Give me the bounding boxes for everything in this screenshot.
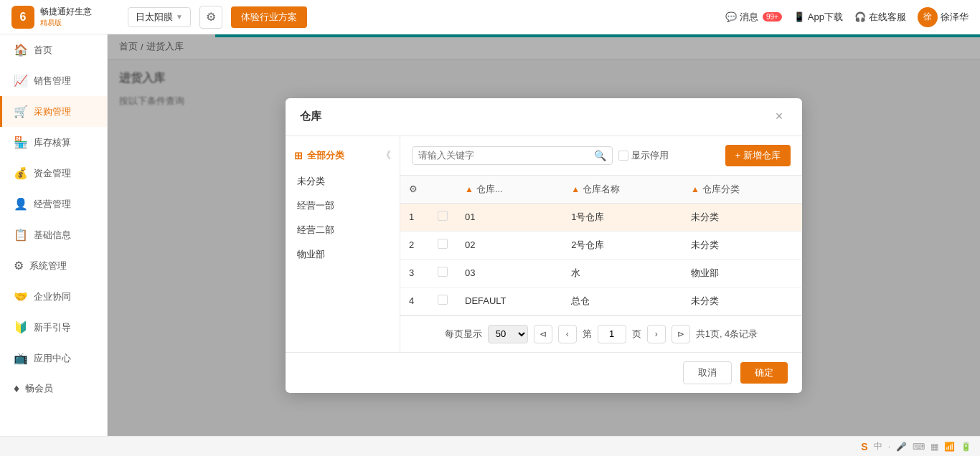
message-badge: 99+ (763, 12, 782, 22)
row-category: 未分类 (682, 287, 802, 315)
row-checkbox-cell[interactable] (429, 203, 456, 231)
new-warehouse-button[interactable]: + 新增仓库 (725, 145, 791, 166)
sidebar-label-cooperation: 企业协同 (34, 290, 71, 303)
basic-icon: 📋 (14, 228, 28, 242)
settings-button[interactable]: ⚙ (199, 6, 222, 29)
grid-icon: ⊞ (294, 150, 303, 161)
sidebar-item-operation[interactable]: 👤 经营管理 (0, 189, 107, 219)
guide-icon: 🔰 (14, 320, 28, 334)
operation-icon: 👤 (14, 197, 28, 211)
warehouse-table: ⚙ ▲仓库... ▲仓库名称 (400, 176, 802, 315)
col-name[interactable]: ▲仓库名称 (562, 176, 682, 204)
page-number-input[interactable] (598, 325, 626, 343)
category-item-property[interactable]: 物业部 (286, 242, 400, 267)
page-label: 第 (583, 328, 592, 341)
row-checkbox-cell[interactable] (429, 231, 456, 259)
purchase-icon: 🛒 (14, 105, 28, 118)
show-disabled-checkbox-area[interactable]: 显示停用 (618, 149, 669, 162)
app-download-button[interactable]: 📱 App下载 (793, 11, 843, 24)
headphone-icon: 🎧 (854, 11, 866, 22)
content-area: 首页 / 进货入库 进货入库 按以下条件查询 仓库 × (108, 34, 980, 456)
category-collapse-button[interactable]: 《 (381, 149, 391, 162)
sidebar-item-home[interactable]: 🏠 首页 (0, 34, 107, 65)
row-checkbox-cell[interactable] (429, 287, 456, 315)
row-code: 01 (456, 203, 562, 231)
row-name: 1号仓库 (562, 203, 682, 231)
col-settings: ⚙ (400, 176, 429, 204)
table-row[interactable]: 1 01 1号仓库 未分类 (400, 203, 802, 231)
page-prev-button[interactable]: ‹ (558, 325, 577, 343)
per-page-select[interactable]: 50 100 200 (488, 325, 528, 343)
logo-area: 6 畅捷通好生意 精易版 (11, 6, 119, 29)
row-category: 未分类 (682, 231, 802, 259)
status-mic-icon: 🎤 (896, 442, 907, 452)
sidebar-item-system[interactable]: ⚙ 系统管理 (0, 250, 107, 281)
col-code[interactable]: ▲仓库... (456, 176, 562, 204)
sidebar-label-member: 畅会员 (25, 382, 53, 395)
sort-icon-name: ▲ (571, 184, 580, 194)
top-right-area: 💬 消息 99+ 📱 App下载 🎧 在线客服 徐 徐泽华 (725, 7, 969, 27)
modal-close-button[interactable]: × (771, 108, 788, 125)
message-button[interactable]: 💬 消息 99+ (725, 11, 782, 24)
row-category: 未分类 (682, 203, 802, 231)
sidebar-item-purchase[interactable]: 🛒 采购管理 (0, 96, 107, 127)
col-category[interactable]: ▲仓库分类 (682, 176, 802, 204)
page-next-button[interactable]: › (647, 325, 666, 343)
sidebar-item-cooperation[interactable]: 🤝 企业协同 (0, 281, 107, 312)
show-disabled-checkbox[interactable] (618, 151, 628, 161)
page-suffix: 页 (632, 328, 641, 341)
row-category: 物业部 (682, 259, 802, 287)
main-layout: 🏠 首页 📈 销售管理 🛒 采购管理 🏪 库存核算 💰 资金管理 👤 经营管理 … (0, 34, 980, 456)
member-icon: ♦ (14, 382, 19, 395)
warehouse-modal: 仓库 × ⊞ 全部分类 《 未分类 (286, 98, 802, 393)
sidebar-item-apps[interactable]: 📺 应用中心 (0, 343, 107, 374)
status-grid-icon: ▦ (930, 442, 938, 452)
row-checkbox[interactable] (438, 267, 448, 277)
row-checkbox-cell[interactable] (429, 259, 456, 287)
gear-icon: ⚙ (206, 10, 216, 24)
sidebar-item-finance[interactable]: 💰 资金管理 (0, 158, 107, 189)
modal-title: 仓库 (300, 110, 321, 123)
row-checkbox[interactable] (438, 211, 448, 221)
user-name: 徐泽华 (941, 11, 969, 24)
customer-service-button[interactable]: 🎧 在线客服 (854, 11, 906, 24)
page-last-button[interactable]: ⊳ (672, 325, 690, 343)
row-code: 03 (456, 259, 562, 287)
row-code: DEFAULT (456, 287, 562, 315)
table-header: ⚙ ▲仓库... ▲仓库名称 (400, 176, 802, 204)
category-item-op2[interactable]: 经营二部 (286, 218, 400, 242)
sidebar-label-purchase: 采购管理 (34, 105, 71, 118)
cancel-button[interactable]: 取消 (683, 361, 732, 384)
row-checkbox[interactable] (438, 239, 448, 249)
sidebar-label-finance: 资金管理 (34, 167, 71, 180)
row-name: 总仓 (562, 287, 682, 315)
row-checkbox[interactable] (438, 295, 448, 305)
table-row[interactable]: 2 02 2号仓库 未分类 (400, 231, 802, 259)
modal-overlay: 仓库 × ⊞ 全部分类 《 未分类 (108, 34, 980, 456)
search-input[interactable] (418, 150, 594, 161)
trial-button[interactable]: 体验行业方案 (231, 6, 307, 28)
row-num: 2 (400, 231, 429, 259)
sidebar-item-member[interactable]: ♦ 畅会员 (0, 374, 107, 404)
sidebar-item-basic[interactable]: 📋 基础信息 (0, 219, 107, 250)
top-bar: 6 畅捷通好生意 精易版 日太阳膜 ▼ ⚙ 体验行业方案 💬 消息 99+ 📱 … (0, 0, 980, 34)
sidebar-item-inventory[interactable]: 🏪 库存核算 (0, 127, 107, 158)
sidebar-label-inventory: 库存核算 (34, 136, 71, 149)
page-first-button[interactable]: ⊲ (534, 325, 552, 343)
modal-body: ⊞ 全部分类 《 未分类 经营一部 经营二部 物业部 (286, 136, 802, 352)
table-row[interactable]: 3 03 水 物业部 (400, 259, 802, 287)
sidebar-item-guide[interactable]: 🔰 新手引导 (0, 312, 107, 343)
app-icon: 📱 (793, 11, 805, 22)
per-page-label: 每页显示 (445, 328, 482, 341)
category-item-uncategorized[interactable]: 未分类 (286, 169, 400, 194)
sort-icon-code: ▲ (465, 184, 473, 194)
sidebar-item-sales[interactable]: 📈 销售管理 (0, 65, 107, 96)
user-menu[interactable]: 徐 徐泽华 (918, 7, 969, 27)
category-item-op1[interactable]: 经营一部 (286, 194, 400, 218)
table-area: 🔍 显示停用 + 新增仓库 (400, 136, 802, 352)
sidebar-label-operation: 经营管理 (34, 198, 71, 211)
company-selector[interactable]: 日太阳膜 ▼ (128, 7, 191, 27)
confirm-button[interactable]: 确定 (740, 362, 788, 384)
table-row[interactable]: 4 DEFAULT 总仓 未分类 (400, 287, 802, 315)
show-disabled-label: 显示停用 (631, 149, 669, 162)
